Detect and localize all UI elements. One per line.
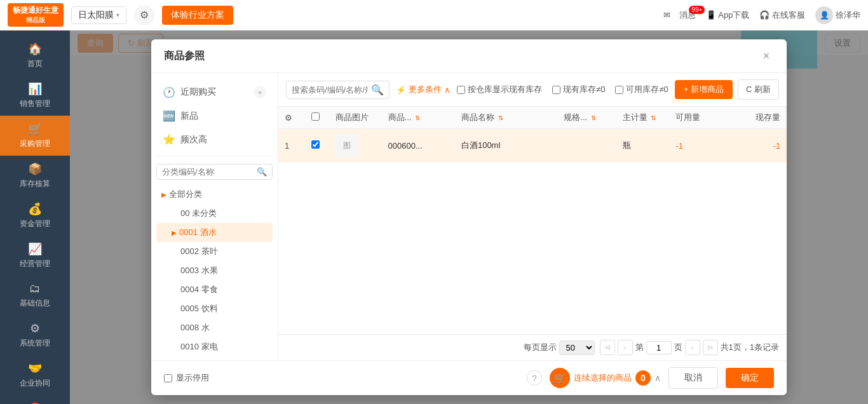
nav-item-recent[interactable]: 🕐 近期购买 « xyxy=(156,81,273,104)
nonzero-stock-checkbox[interactable]: 现有库存≠0 xyxy=(552,84,605,95)
row-checkbox[interactable] xyxy=(311,140,320,149)
online-service-link[interactable]: 🎧 在线客服 xyxy=(759,10,805,21)
cancel-button[interactable]: 取消 xyxy=(668,367,718,389)
warehouse-checkbox-input[interactable] xyxy=(457,86,465,94)
refresh-btn[interactable]: C 刷新 xyxy=(738,79,779,100)
purchase-icon: 🛒 xyxy=(28,122,42,136)
sidebar-item-purchase[interactable]: 🛒 采购管理 xyxy=(0,116,70,156)
settings-icon[interactable]: ⚙ xyxy=(134,5,154,25)
tree-appliance[interactable]: 0010 家电 xyxy=(156,337,273,353)
sidebar-item-basic[interactable]: 🗂 基础信息 xyxy=(0,276,70,315)
tree-snack[interactable]: 0004 零食 xyxy=(156,280,273,299)
th-spec[interactable]: 规格... ⇅ xyxy=(557,107,616,129)
app-download-link[interactable]: 📱 App下载 xyxy=(706,10,749,21)
tree-all[interactable]: ▶ 全部分类 xyxy=(156,185,273,204)
sidebar-item-inventory[interactable]: 📦 库存核算 xyxy=(0,156,70,196)
product-table: ⚙ 商品图片 商品... ⇅ 商品名称 xyxy=(278,107,787,334)
tree-uncategorized[interactable]: 00 未分类 xyxy=(156,204,273,223)
filter-icon: ⚡ xyxy=(396,85,406,95)
tree-arrow-active-icon: ▶ xyxy=(172,229,177,236)
th-settings[interactable]: ⚙ xyxy=(278,107,305,129)
chevron-up-icon[interactable]: ∧ xyxy=(654,373,661,383)
add-product-btn[interactable]: + 新增商品 xyxy=(675,80,733,99)
prev-page-btn[interactable]: ‹ xyxy=(618,340,633,355)
last-page-btn[interactable]: ⊳ xyxy=(703,340,718,355)
category-search: 🔍 xyxy=(156,164,273,180)
nav-item-frequent[interactable]: ⭐ 频次高 xyxy=(156,128,273,151)
sidebar-item-collab[interactable]: 🤝 企业协同 xyxy=(0,355,70,395)
filter-btn[interactable]: ⚡ 更多条件 ∧ xyxy=(396,84,451,95)
sidebar-item-home[interactable]: 🏠 首页 xyxy=(0,36,70,76)
first-page-btn[interactable]: ⊲ xyxy=(600,340,615,355)
message-icon: ✉ xyxy=(663,10,670,20)
page-size-select[interactable]: 50 10 20 100 xyxy=(559,340,595,355)
tree-fruit[interactable]: 0003 水果 xyxy=(156,261,273,280)
show-disabled-checkbox[interactable] xyxy=(164,374,172,382)
left-divider xyxy=(156,156,273,156)
warehouse-stock-checkbox[interactable]: 按仓库显示现有库存 xyxy=(457,84,542,95)
row-checkbox-cell[interactable] xyxy=(305,129,329,163)
next-page-btn[interactable]: › xyxy=(685,340,700,355)
sort-name-icon: ⇅ xyxy=(498,114,503,121)
search-icon: 🔍 xyxy=(257,167,267,177)
user-menu[interactable]: 👤 徐泽华 xyxy=(815,6,860,24)
modal-header: 商品参照 × xyxy=(151,39,787,73)
modal-close-button[interactable]: × xyxy=(759,48,774,64)
help-icon[interactable]: ? xyxy=(527,370,542,386)
nonzero-checkbox-input[interactable] xyxy=(552,86,560,94)
sidebar-item-system[interactable]: ⚙ 系统管理 xyxy=(0,315,70,355)
row-num: 1 xyxy=(278,129,305,163)
show-disabled-label[interactable]: 显示停用 xyxy=(164,372,209,384)
category-search-input[interactable] xyxy=(162,167,254,177)
confirm-button[interactable]: 确定 xyxy=(726,368,774,388)
select-all-checkbox[interactable] xyxy=(311,112,320,121)
product-reference-modal: 商品参照 × 🕐 近期购买 « � xyxy=(151,39,787,395)
sort-spec-icon: ⇅ xyxy=(591,114,596,121)
tree-wine[interactable]: ▶ 0001 酒水 xyxy=(156,223,273,242)
sidebar-item-operation[interactable]: 📈 经营管理 xyxy=(0,236,70,276)
sidebar: 🏠 首页 📊 销售管理 🛒 采购管理 📦 库存核算 💰 资金管理 📈 经营管理 … xyxy=(0,30,70,404)
product-search-input[interactable] xyxy=(292,85,367,95)
modal-overlay: 商品参照 × 🕐 近期购买 « � xyxy=(70,30,868,404)
th-name[interactable]: 商品名称 ⇅ xyxy=(455,107,557,129)
sidebar-item-finance[interactable]: 💰 资金管理 xyxy=(0,196,70,236)
guide-icon: 🎯 xyxy=(28,401,42,404)
nonzero-avail-input[interactable] xyxy=(615,86,623,94)
nonzero-avail-checkbox[interactable]: 可用库存≠0 xyxy=(615,84,668,95)
cart-icon: 🛒 xyxy=(550,368,570,388)
tree-tea[interactable]: 0002 茶叶 xyxy=(156,242,273,261)
row-unit: 瓶 xyxy=(616,129,670,163)
th-code[interactable]: 商品... ⇅ xyxy=(382,107,455,129)
avatar: 👤 xyxy=(815,6,833,24)
sidebar-item-sales[interactable]: 📊 销售管理 xyxy=(0,76,70,116)
collapse-btn[interactable]: « xyxy=(254,86,266,98)
sidebar-item-guide[interactable]: 🎯 新手引导 xyxy=(0,395,70,404)
th-select-all[interactable] xyxy=(305,107,329,129)
message-badge: 99+ xyxy=(689,6,705,14)
product-selector[interactable]: 日太阳膜 ▾ xyxy=(71,6,126,24)
row-code: 000600... xyxy=(382,129,455,163)
row-spec xyxy=(557,129,616,163)
product-search-icon[interactable]: 🔍 xyxy=(371,84,384,96)
modal-toolbar: 🔍 ⚡ 更多条件 ∧ 按仓库显示现有库存 xyxy=(278,73,787,107)
tree-drink[interactable]: 0005 饮料 xyxy=(156,299,273,318)
nav-item-new[interactable]: 🆕 新品 xyxy=(156,105,273,127)
table-row[interactable]: 1 图 000600... 白酒100ml 瓶 xyxy=(278,129,787,163)
tree-water[interactable]: 0008 水 xyxy=(156,318,273,337)
navbar-right: ✉ 99+ 消息 📱 App下载 🎧 在线客服 👤 徐泽华 xyxy=(663,6,860,24)
th-stock: 现存量 xyxy=(728,107,787,129)
message-nav[interactable]: ✉ 99+ 消息 xyxy=(663,10,696,21)
navbar: 畅捷通好生意 精品版 日太阳膜 ▾ ⚙ 体验行业方案 ✉ 99+ 消息 📱 Ap… xyxy=(0,0,868,30)
cart-count: 0 xyxy=(635,370,651,386)
sales-icon: 📊 xyxy=(28,82,42,96)
operation-icon: 📈 xyxy=(28,242,42,256)
th-unit[interactable]: 主计量 ⇅ xyxy=(616,107,670,129)
product-img: 图 xyxy=(336,134,358,157)
page-size: 每页显示 50 10 20 100 xyxy=(524,340,595,355)
experience-btn[interactable]: 体验行业方案 xyxy=(162,6,233,25)
page-nav: ⊲ ‹ 第 页 › ⊳ 共1页，1条记录 xyxy=(600,340,779,355)
new-icon: 🆕 xyxy=(163,110,175,122)
frequent-icon: ⭐ xyxy=(163,133,175,145)
main-layout: 🏠 首页 📊 销售管理 🛒 采购管理 📦 库存核算 💰 资金管理 📈 经营管理 … xyxy=(0,30,868,404)
page-input[interactable] xyxy=(646,341,672,354)
